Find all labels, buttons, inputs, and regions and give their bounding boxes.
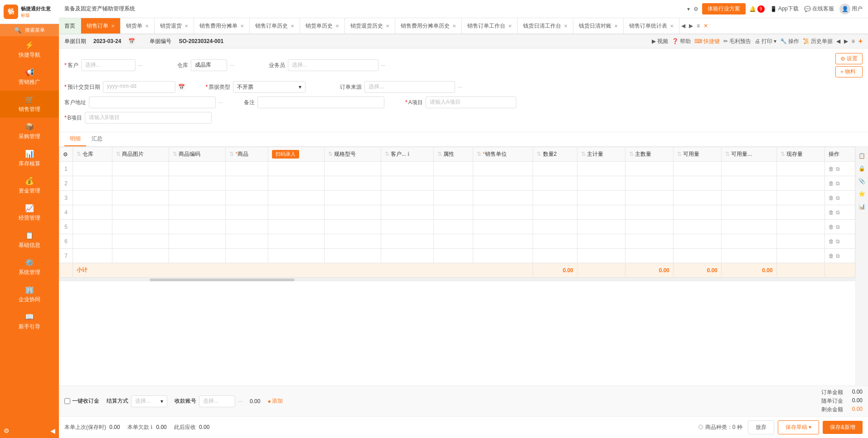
tab-detail[interactable]: 明细 xyxy=(64,132,86,146)
cell-current[interactable] xyxy=(776,249,824,263)
cell-main-unit[interactable] xyxy=(577,191,625,205)
tab-return-history[interactable]: 销货退货历史 ✕ xyxy=(345,18,395,34)
copy-icon[interactable]: ⧉ xyxy=(836,209,840,216)
account-input[interactable]: 选择... xyxy=(199,395,235,407)
cell-customer-code[interactable] xyxy=(381,162,433,176)
cell-warehouse[interactable] xyxy=(73,205,112,220)
cell-available[interactable] xyxy=(673,176,721,191)
warehouse-input[interactable]: 成品库 xyxy=(191,59,227,71)
cell-image[interactable] xyxy=(112,234,169,249)
cell-unit[interactable] xyxy=(473,205,533,220)
warehouse-expand[interactable]: ··· xyxy=(230,62,234,68)
col-gear[interactable]: ⚙ xyxy=(59,147,73,162)
system-dropdown-icon[interactable]: ▾ xyxy=(687,6,690,12)
tab-summary[interactable]: 汇总 xyxy=(86,132,108,146)
sidebar-item-system[interactable]: ⚙️ 系统管理 xyxy=(0,254,59,281)
nav-prev-btn[interactable]: ◀ xyxy=(836,38,840,44)
info-icon[interactable]: ℹ xyxy=(407,151,410,157)
cell-attr[interactable] xyxy=(433,176,473,191)
delete-icon[interactable]: 🗑 xyxy=(829,253,834,259)
cell-customer-code[interactable] xyxy=(381,234,433,249)
right-panel-icon-2[interactable]: 🔒 xyxy=(857,163,868,174)
staff-input[interactable]: 选择... xyxy=(288,59,378,71)
cell-spec[interactable] xyxy=(324,234,381,249)
help-btn[interactable]: ❓ 帮助 xyxy=(672,38,691,45)
cell-warehouse[interactable] xyxy=(73,162,112,176)
cell-available[interactable] xyxy=(673,249,721,263)
tab-nav-next[interactable]: ▶ xyxy=(687,23,695,29)
cell-product[interactable] xyxy=(226,205,268,220)
cell-qty2[interactable] xyxy=(533,249,577,263)
cell-available2[interactable] xyxy=(721,249,776,263)
cell-main-qty[interactable] xyxy=(625,234,673,249)
cell-current[interactable] xyxy=(776,234,824,249)
cell-attr[interactable] xyxy=(433,205,473,220)
cell-spec[interactable] xyxy=(324,220,381,234)
cell-available[interactable] xyxy=(673,234,721,249)
sidebar-settings-icon[interactable]: ⚙ xyxy=(4,427,10,434)
delete-icon[interactable]: 🗑 xyxy=(829,209,834,216)
remark-input[interactable] xyxy=(257,96,384,108)
a-project-input[interactable]: 请输入A项目 xyxy=(426,96,516,108)
sidebar-item-inventory[interactable]: 📊 库存核算 xyxy=(0,145,59,172)
cell-main-qty[interactable] xyxy=(625,249,673,263)
tab-sales-return-close[interactable]: ✕ xyxy=(184,24,188,29)
sidebar-item-quick-nav[interactable]: ⚡ 快捷导航 xyxy=(0,36,59,63)
tab-daily-reconcile-close[interactable]: ✕ xyxy=(614,24,618,29)
cell-main-unit[interactable] xyxy=(577,249,625,263)
user-avatar[interactable]: 👤 用户 xyxy=(839,4,863,14)
cell-available2[interactable] xyxy=(721,205,776,220)
sort-icon[interactable]: ⇅ xyxy=(437,151,442,157)
tab-invoice-history[interactable]: 销货单历史 ✕ xyxy=(300,18,345,34)
shortcut-btn[interactable]: ⌨ 快捷键 xyxy=(694,38,720,45)
sidebar-item-sales[interactable]: 🛒 销售管理 xyxy=(0,91,59,118)
tab-sales-workbench-close[interactable]: ✕ xyxy=(508,24,512,29)
customer-addr-input[interactable] xyxy=(89,96,216,108)
delivery-date-calendar-icon[interactable]: 📅 xyxy=(178,84,185,90)
cell-spec[interactable] xyxy=(324,162,381,176)
horizontal-scrollbar[interactable] xyxy=(59,278,855,281)
sort-icon[interactable]: ⇅ xyxy=(725,151,730,157)
sidebar-item-search[interactable]: 🔍 搜索菜单 xyxy=(0,24,59,36)
cell-main-qty[interactable] xyxy=(625,220,673,234)
staff-expand[interactable]: ··· xyxy=(381,62,386,68)
cell-attr[interactable] xyxy=(433,191,473,205)
cell-code[interactable] xyxy=(169,220,226,234)
cell-available2[interactable] xyxy=(721,191,776,205)
tab-daily-reconcile[interactable]: 钱货日清对账 ✕ xyxy=(573,18,624,34)
cell-unit[interactable] xyxy=(473,234,533,249)
cell-code[interactable] xyxy=(169,176,226,191)
sort-icon[interactable]: ⇅ xyxy=(581,151,586,157)
save-draft-btn[interactable]: 保存草稿 ▾ xyxy=(778,420,819,434)
sort-icon[interactable]: ⇅ xyxy=(229,151,234,157)
cell-image[interactable] xyxy=(112,249,169,263)
cell-qty2[interactable] xyxy=(533,205,577,220)
cell-code[interactable] xyxy=(169,205,226,220)
cell-main-qty[interactable] xyxy=(625,176,673,191)
cell-spec[interactable] xyxy=(324,176,381,191)
copy-icon[interactable]: ⧉ xyxy=(836,180,840,187)
sidebar-item-new-guide[interactable]: 📖 新手引导 xyxy=(0,308,59,335)
cell-main-unit[interactable] xyxy=(577,234,625,249)
cell-customer-code[interactable] xyxy=(381,249,433,263)
cell-product[interactable] xyxy=(226,220,268,234)
profit-btn[interactable]: ✏ 毛利预告 xyxy=(723,38,751,45)
cell-qty2[interactable] xyxy=(533,191,577,205)
cell-available2[interactable] xyxy=(721,220,776,234)
cell-qty2[interactable] xyxy=(533,234,577,249)
cell-current[interactable] xyxy=(776,176,824,191)
sort-icon[interactable]: ⇅ xyxy=(116,151,121,157)
cell-warehouse[interactable] xyxy=(73,249,112,263)
sidebar-collapse-icon[interactable]: ◀ xyxy=(50,427,55,434)
app-download[interactable]: 📱 App下载 xyxy=(770,5,799,13)
gear-icon[interactable]: ⚙ xyxy=(63,151,68,158)
tab-home[interactable]: 首页 xyxy=(59,18,81,34)
delivery-date-input[interactable]: yyyy-mm-dd xyxy=(103,81,175,93)
cell-qty2[interactable] xyxy=(533,162,577,176)
delete-icon[interactable]: 🗑 xyxy=(829,166,834,172)
cell-attr[interactable] xyxy=(433,162,473,176)
cell-unit[interactable] xyxy=(473,191,533,205)
cell-code[interactable] xyxy=(169,249,226,263)
cell-attr[interactable] xyxy=(433,249,473,263)
copy-icon[interactable]: ⧉ xyxy=(836,238,840,245)
